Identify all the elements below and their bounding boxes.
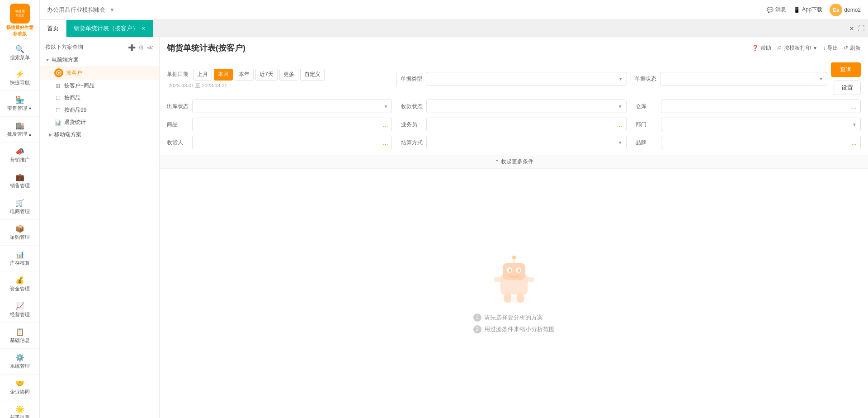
message-btn[interactable]: 💬 消息 xyxy=(767,6,786,14)
export-btn[interactable]: ↓ 导出 xyxy=(823,44,838,52)
settings-btn[interactable]: 设置 xyxy=(834,81,861,95)
logo-label: 畅捷通好生意 标准版 xyxy=(6,24,33,37)
scheme-collapse-btn[interactable]: ≪ xyxy=(147,44,154,51)
date-btn-this-year[interactable]: 本年 xyxy=(235,69,254,81)
separator2 xyxy=(631,72,631,86)
sidebar-item-operations[interactable]: 📈 经营管理 xyxy=(0,297,39,323)
search-menu-btn[interactable]: 🔍 搜索菜单 xyxy=(0,41,39,65)
scheme-item-by-customer-goods[interactable]: ⊞ 按客户+商品 xyxy=(40,80,159,92)
receiver-input[interactable]: ... xyxy=(192,136,392,149)
type-label: 单据类型 xyxy=(401,75,423,83)
collapse-bar[interactable]: ⌃ 收起更多条件 xyxy=(160,155,868,169)
sidebar-item-system[interactable]: ⚙️ 系统管理 xyxy=(0,349,39,375)
dept-label: 部门 xyxy=(636,121,658,128)
search-icon: 🔍 xyxy=(15,45,24,53)
home-tab-label: 首页 xyxy=(47,24,59,33)
active-scheme-dot xyxy=(54,68,63,77)
tab-close-all-btn[interactable]: ✕ xyxy=(849,25,854,32)
sales-icon: 💼 xyxy=(15,173,24,181)
sidebar-item-sales[interactable]: 💼 销售管理 xyxy=(0,168,39,194)
scheme-panel-header: 按以下方案查询 ➕ ⚙ ≪ xyxy=(40,41,159,54)
salesman-dots[interactable]: ... xyxy=(617,121,623,128)
sidebar-item-basic[interactable]: 📋 基础信息 xyxy=(0,323,39,349)
brand-input[interactable]: ... xyxy=(661,136,861,149)
out-status-label: 出库状态 xyxy=(167,103,189,110)
user-btn[interactable]: Ea demo2 xyxy=(830,4,861,16)
brand-dots[interactable]: ... xyxy=(851,139,857,146)
svg-point-10 xyxy=(509,269,511,272)
out-status-cell: 出库状态 ▼ xyxy=(167,100,392,113)
settlement-dropdown[interactable]: ▼ xyxy=(426,136,626,149)
refresh-icon: ↺ xyxy=(844,45,848,51)
warehouse-input[interactable]: ... xyxy=(661,100,861,113)
enterprise-icon: 🤝 xyxy=(15,379,24,388)
wholesale-arrow-icon: ▲ xyxy=(28,132,32,137)
sidebar-item-wholesale[interactable]: 🏬 批发管理 ▲ xyxy=(0,117,39,142)
status-dropdown[interactable]: ▼ xyxy=(660,72,827,86)
sidebar-item-newbie[interactable]: 🌟 新手引导 xyxy=(0,400,39,418)
purchase-icon: 📦 xyxy=(15,224,24,233)
download-icon: 📱 xyxy=(793,7,800,13)
scheme-panel-title: 按以下方案查询 xyxy=(45,43,83,51)
main-panel: 销货单统计表(按客户) ❓ 帮助 🖨 按模板打印 ▼ ↓ 导出 xyxy=(160,37,868,418)
svg-rect-15 xyxy=(526,277,534,282)
goods-input[interactable]: ... xyxy=(192,118,392,131)
sidebar-item-finance[interactable]: 💰 资金管理 xyxy=(0,271,39,297)
status-filter-cell: 单据状态 ▼ xyxy=(635,72,827,86)
help-btn[interactable]: ❓ 帮助 xyxy=(752,44,771,52)
scheme-item-by-customer[interactable]: 按客户 xyxy=(40,66,159,80)
app-dropdown-btn[interactable]: ▼ xyxy=(109,7,115,13)
scheme-item-by-goods-99[interactable]: ☐ 按商品99 xyxy=(40,104,159,116)
date-btn-this-month[interactable]: 本月 xyxy=(214,69,233,81)
scheme-item-return-stat[interactable]: 📊 退货统计 xyxy=(40,116,159,128)
search-menu-label: 搜索菜单 xyxy=(10,54,30,61)
date-btn-custom[interactable]: 自定义 xyxy=(300,69,325,81)
print-btn[interactable]: 🖨 按模板打印 ▼ xyxy=(777,44,817,52)
dept-dropdown[interactable]: ▼ xyxy=(661,118,861,131)
scheme-desktop-header[interactable]: ▼ 电脑端方案 xyxy=(40,54,159,66)
type-dropdown[interactable]: ▼ xyxy=(426,72,627,86)
sidebar-item-ecommerce[interactable]: 🛒 电商管理 xyxy=(0,194,39,220)
app-logo[interactable]: 畅捷通 好生意 畅捷通好生意 标准版 xyxy=(0,0,39,41)
sidebar-item-inventory[interactable]: 📊 库存核算 xyxy=(0,246,39,271)
scheme-mobile-header[interactable]: ▶ 移动端方案 xyxy=(40,128,159,141)
ecommerce-icon: 🛒 xyxy=(15,199,24,207)
salesman-input[interactable]: ... xyxy=(426,118,626,131)
sidebar-item-marketing[interactable]: 📣 营销推广 xyxy=(0,142,39,168)
mobile-group-arrow: ▶ xyxy=(49,132,52,137)
svg-text:好生意: 好生意 xyxy=(16,14,24,17)
scheme-add-btn[interactable]: ➕ xyxy=(128,44,136,51)
status-label: 单据状态 xyxy=(635,75,657,83)
type-arrow-icon: ▼ xyxy=(618,76,623,81)
sidebar-item-purchase[interactable]: 📦 采购管理 xyxy=(0,220,39,246)
date-btn-more[interactable]: 更多 xyxy=(279,69,298,81)
out-status-arrow: ▼ xyxy=(383,104,388,109)
date-btn-7days[interactable]: 近7天 xyxy=(255,69,278,81)
out-status-dropdown[interactable]: ▼ xyxy=(192,100,392,113)
pay-status-dropdown[interactable]: ▼ xyxy=(426,100,626,113)
svg-point-4 xyxy=(58,72,60,74)
app-title: 办公用品行业模拟账套 xyxy=(47,6,106,14)
date-btn-last-month[interactable]: 上月 xyxy=(193,69,212,81)
svg-rect-17 xyxy=(517,294,524,303)
scheme-item-by-goods[interactable]: ☐ 按商品 xyxy=(40,92,159,104)
sidebar-item-enterprise[interactable]: 🤝 企业协同 xyxy=(0,375,39,400)
app-download-btn[interactable]: 📱 App下载 xyxy=(793,6,822,14)
date-filter-cell: 单据日期 上月 本月 本年 近7天 更多 自定义 2023-03-01 至 20… xyxy=(167,69,393,89)
query-btn[interactable]: 查询 xyxy=(831,62,861,77)
refresh-btn[interactable]: ↺ 刷新 xyxy=(844,44,861,52)
sidebar-item-retail[interactable]: 🏪 零售管理 ▼ xyxy=(0,91,39,117)
scheme-settings-btn[interactable]: ⚙ xyxy=(138,44,144,51)
tab-close-btn[interactable]: ✕ xyxy=(141,25,146,32)
warehouse-dots[interactable]: ... xyxy=(851,103,857,110)
scheme-group-mobile: ▶ 移动端方案 xyxy=(40,128,159,141)
tab-home[interactable]: 首页 xyxy=(40,20,66,37)
tab-sales-stat[interactable]: 销货单统计表（按客户） ✕ xyxy=(66,20,153,37)
newbie-icon: 🌟 xyxy=(15,405,24,413)
tab-expand-btn[interactable]: ⛶ xyxy=(858,25,864,32)
goods-dots[interactable]: ... xyxy=(383,121,388,128)
receiver-dots[interactable]: ... xyxy=(383,139,388,146)
sidebar-nav: 🏪 零售管理 ▼ 🏬 批发管理 ▲ 📣 营销推广 💼 销售管理 🛒 电商管理 xyxy=(0,91,39,418)
sidebar-item-shortcut[interactable]: ⚡ 快捷导航 xyxy=(0,65,39,91)
shortcut-icon: ⚡ xyxy=(15,70,24,78)
